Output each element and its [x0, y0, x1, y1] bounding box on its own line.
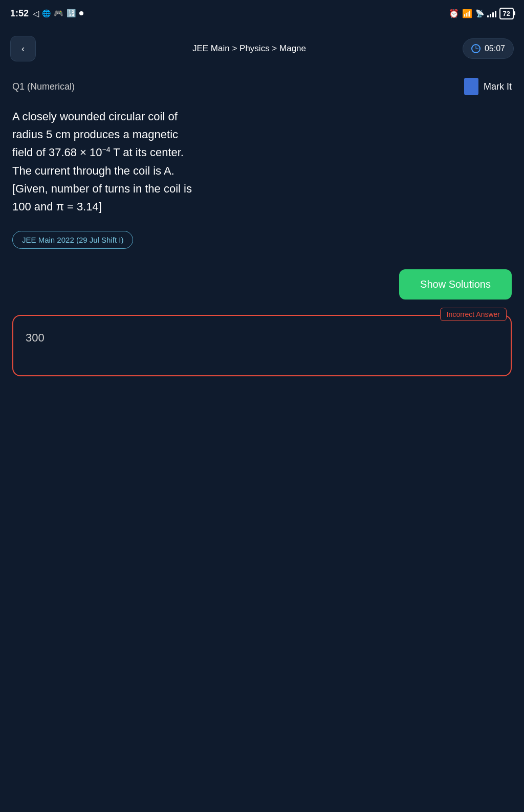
- solutions-container: Show Solutions: [12, 269, 512, 300]
- status-icons: ◁ 🌐 🎮 🔢: [33, 9, 83, 18]
- question-header: Q1 (Numerical) Mark It: [12, 78, 512, 95]
- question-tag: JEE Main 2022 (29 Jul Shift I): [12, 231, 133, 249]
- question-line-1: A closely wounded circular coil of: [12, 108, 512, 125]
- nav-bar: ‹ JEE Main > Physics > Magne 05:07: [0, 30, 524, 68]
- timer-button[interactable]: 05:07: [463, 38, 514, 59]
- status-bar: 1:52 ◁ 🌐 🎮 🔢 ⏰ 📶 📡 72: [0, 0, 524, 25]
- question-line-2: radius 5 cm produces a magnetic: [12, 125, 512, 143]
- signal-bar-3: [492, 12, 494, 17]
- status-time: 1:52: [10, 8, 29, 19]
- svg-rect-0: [464, 78, 478, 92]
- battery-indicator: 72: [499, 8, 514, 19]
- signal-bar-2: [490, 14, 491, 17]
- timer-value: 05:07: [485, 44, 505, 53]
- notification-dot: [79, 11, 83, 15]
- wifi-icon: 📶: [462, 9, 472, 18]
- back-button[interactable]: ‹: [10, 36, 36, 61]
- cellular-icon: 📡: [475, 9, 484, 17]
- mark-it-label: Mark It: [484, 81, 512, 92]
- answer-input-box[interactable]: 300: [12, 315, 512, 376]
- bookmark-icon: [464, 78, 478, 95]
- svg-marker-1: [464, 90, 478, 95]
- answer-value: 300: [26, 331, 45, 345]
- question-text: A closely wounded circular coil of radiu…: [12, 108, 512, 216]
- question-line-3: field of 37.68 × 10−4 T at its center.: [12, 143, 512, 161]
- status-left: 1:52 ◁ 🌐 🎮 🔢: [10, 8, 83, 19]
- main-content: Q1 (Numerical) Mark It A closely wounded…: [0, 68, 524, 387]
- question-line-6: 100 and π = 3.14]: [12, 198, 512, 216]
- location-icon: 🌐: [42, 9, 51, 17]
- gamepad-icon: 🎮: [54, 9, 63, 18]
- show-solutions-button[interactable]: Show Solutions: [399, 269, 512, 300]
- incorrect-answer-badge: Incorrect Answer: [440, 308, 507, 321]
- question-line-5: [Given, number of turns in the coil is: [12, 180, 512, 198]
- clock-icon: [471, 44, 481, 53]
- question-label: Q1 (Numerical): [12, 81, 75, 92]
- signal-bar-4: [495, 11, 496, 17]
- alarm-icon: ⏰: [449, 9, 459, 18]
- mark-it-button[interactable]: Mark It: [464, 78, 512, 95]
- back-icon: ‹: [21, 44, 25, 54]
- signal-strength: [487, 9, 496, 17]
- breadcrumb: JEE Main > Physics > Magne: [42, 44, 456, 54]
- status-right: ⏰ 📶 📡 72: [449, 8, 514, 19]
- app-icon: 🔢: [67, 9, 76, 18]
- navigation-icon: ◁: [33, 9, 39, 18]
- question-line-4: The current through the coil is A.: [12, 162, 512, 180]
- signal-bar-1: [487, 15, 489, 17]
- answer-container: Incorrect Answer 300: [12, 315, 512, 376]
